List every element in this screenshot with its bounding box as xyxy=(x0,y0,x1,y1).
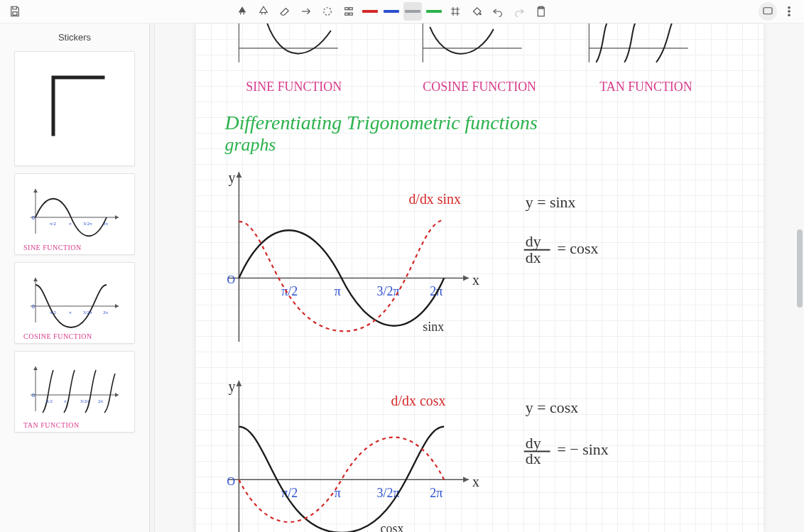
svg-text:π: π xyxy=(69,221,72,227)
g1-origin: O xyxy=(227,273,235,286)
sticker-caption: TAN FUNCTION xyxy=(23,421,80,429)
g2-eq1: y = cosx xyxy=(526,398,578,416)
g1-x-axis: x xyxy=(472,272,479,288)
svg-text:dx: dx xyxy=(526,249,541,266)
svg-text:π/2: π/2 xyxy=(46,398,53,404)
sticker-item[interactable]: π/2π3/2π2π 0 COSINE FUNCTION xyxy=(14,262,135,344)
svg-text:π: π xyxy=(64,398,67,404)
svg-point-10 xyxy=(788,7,790,9)
note-page[interactable]: SINE FUNCTION COSINE FUNCTION TAN FUNCTI… xyxy=(195,23,764,532)
g2-y-axis: y xyxy=(228,379,235,395)
g1-curve-label: sinx xyxy=(423,320,444,334)
svg-text:0: 0 xyxy=(32,304,35,309)
sticker-item[interactable] xyxy=(14,51,135,166)
svg-text:0: 0 xyxy=(32,215,35,220)
g2-curve-label: cosx xyxy=(381,521,404,532)
top-label-cosine: COSINE FUNCTION xyxy=(423,80,536,94)
g2-eq2-rhs: = − sinx xyxy=(558,440,609,458)
svg-rect-0 xyxy=(13,12,17,16)
g1-eq2-rhs: = cosx xyxy=(558,239,599,257)
svg-text:π/2: π/2 xyxy=(50,221,56,227)
svg-point-11 xyxy=(788,11,790,12)
page-heading-1: Differentiating Trigonometric functions xyxy=(224,112,538,134)
svg-rect-5 xyxy=(349,13,353,15)
svg-point-12 xyxy=(788,14,790,16)
svg-text:2π: 2π xyxy=(98,398,104,404)
top-label-tan: TAN FUNCTION xyxy=(599,80,692,94)
g1-eq2-lhs: dy xyxy=(526,232,541,250)
page-heading-2: graphs xyxy=(225,134,276,155)
svg-text:dy: dy xyxy=(526,434,541,452)
save-button[interactable] xyxy=(6,2,24,21)
grid-toggle-button[interactable] xyxy=(446,2,465,21)
svg-text:3/2π: 3/2π xyxy=(83,310,92,315)
g1-eq1: y = sinx xyxy=(526,193,576,211)
color-grey-button[interactable] xyxy=(403,2,422,21)
svg-text:2π: 2π xyxy=(103,310,109,315)
panel-resize-handle[interactable] xyxy=(150,23,155,532)
g1-tick: π xyxy=(335,284,341,298)
more-menu-button[interactable] xyxy=(780,2,798,21)
svg-text:3/2π: 3/2π xyxy=(83,221,92,227)
color-blue-button[interactable] xyxy=(382,2,401,21)
arrow-tool-button[interactable] xyxy=(297,2,315,21)
g2-tick: π xyxy=(335,486,341,500)
svg-text:π/2: π/2 xyxy=(50,310,56,315)
g2-deriv-label: d/dx cosx xyxy=(391,393,446,408)
svg-text:3/2π: 3/2π xyxy=(80,398,89,404)
svg-text:0: 0 xyxy=(32,393,35,398)
stickers-panel-title: Stickers xyxy=(58,29,91,44)
svg-text:dx: dx xyxy=(526,450,541,467)
svg-rect-9 xyxy=(764,8,772,14)
g2-origin: O xyxy=(227,475,235,487)
svg-rect-3 xyxy=(349,8,353,10)
svg-point-1 xyxy=(324,8,332,16)
sticker-caption: COSINE FUNCTION xyxy=(23,332,92,340)
g1-deriv-label: d/dx sinx xyxy=(408,191,461,207)
undo-button[interactable] xyxy=(489,2,507,21)
g2-tick: 2π xyxy=(430,486,442,500)
toolbar xyxy=(0,0,804,23)
page-drawing: SINE FUNCTION COSINE FUNCTION TAN FUNCTI… xyxy=(195,23,764,532)
canvas-area[interactable]: SINE FUNCTION COSINE FUNCTION TAN FUNCTI… xyxy=(155,23,804,532)
sticker-item[interactable]: π/2π3/2π2π 0 TAN FUNCTION xyxy=(14,351,135,433)
eraser-button[interactable] xyxy=(276,2,294,21)
g1-tick: 3/2π xyxy=(377,284,400,298)
clipboard-button[interactable] xyxy=(531,2,550,21)
scrollbar-thumb[interactable] xyxy=(797,229,803,308)
app-body: Stickers π/2π3/2π2π 0 SINE FUNCTION π/ xyxy=(0,23,804,532)
sticker-caption: SINE FUNCTION xyxy=(23,244,82,251)
g1-y-axis: y xyxy=(228,170,235,186)
align-button[interactable] xyxy=(339,2,358,21)
stickers-panel: Stickers π/2π3/2π2π 0 SINE FUNCTION π/ xyxy=(0,23,150,532)
lasso-button[interactable] xyxy=(318,2,337,21)
pen-fill-button[interactable] xyxy=(233,2,251,21)
svg-rect-4 xyxy=(345,13,349,15)
g2-x-axis: x xyxy=(472,474,479,489)
svg-text:2π: 2π xyxy=(103,221,109,227)
color-red-button[interactable] xyxy=(361,2,379,21)
top-label-sine: SINE FUNCTION xyxy=(246,80,342,94)
svg-text:π: π xyxy=(69,310,72,315)
pen-outline-button[interactable] xyxy=(254,2,273,21)
color-green-button[interactable] xyxy=(425,2,443,21)
redo-button[interactable] xyxy=(510,2,528,21)
svg-point-6 xyxy=(479,13,482,15)
sticker-item[interactable]: π/2π3/2π2π 0 SINE FUNCTION xyxy=(14,173,135,255)
feedback-button[interactable] xyxy=(759,2,777,21)
svg-rect-2 xyxy=(345,8,349,10)
fill-bucket-button[interactable] xyxy=(467,2,486,21)
